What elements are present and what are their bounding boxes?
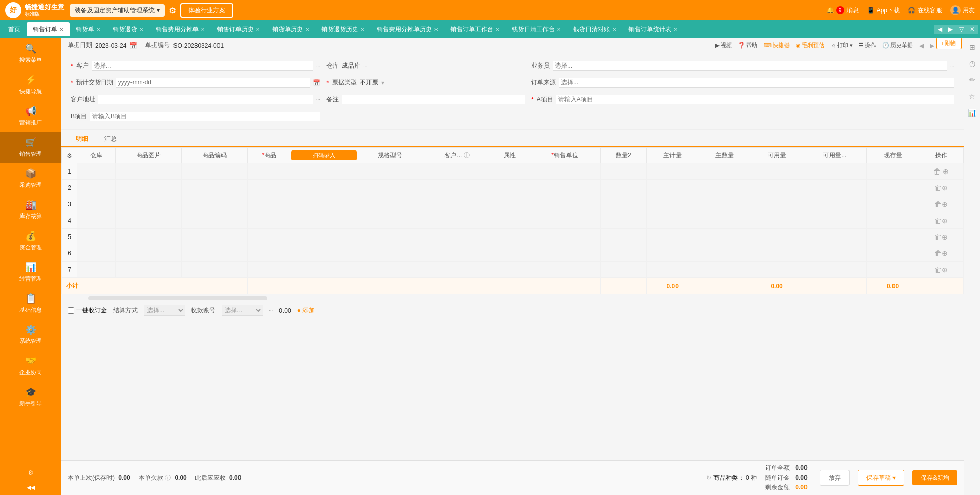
- right-edit-icon[interactable]: ✏: [965, 73, 979, 87]
- discard-btn[interactable]: 放弃: [820, 470, 850, 486]
- warehouse-value[interactable]: 成品库: [342, 61, 360, 70]
- sidebar-item-system[interactable]: ⚙️ 系统管理: [0, 319, 61, 350]
- copy-icon[interactable]: ⊕: [942, 266, 948, 274]
- delete-icon[interactable]: 🗑: [934, 217, 942, 225]
- attachment-btn[interactable]: + 附物: [936, 38, 962, 49]
- tab-stats[interactable]: 销售订单统计表 ✕: [622, 22, 684, 36]
- tab-close-icon[interactable]: ✕: [256, 27, 260, 32]
- row-main-qty[interactable]: [699, 163, 751, 180]
- delivery-date-input[interactable]: [116, 78, 310, 88]
- date2-icon[interactable]: 📅: [313, 79, 320, 87]
- sidebar-item-inventory[interactable]: 🏭 库存核算: [0, 194, 61, 225]
- system-name[interactable]: 装备及固定资产辅助管理系统 ▾: [70, 4, 165, 17]
- operate-btn[interactable]: ☰ 操作: [859, 41, 876, 49]
- order-source-input[interactable]: [559, 78, 954, 88]
- copy-icon[interactable]: ⊕: [942, 200, 948, 208]
- tab-fee-split[interactable]: 销售费用分摊单 ✕: [149, 22, 211, 36]
- remark-input[interactable]: [342, 95, 525, 104]
- copy-icon[interactable]: ⊕: [942, 217, 948, 225]
- delete-icon[interactable]: 🗑: [933, 167, 941, 176]
- tab-sales-invoice[interactable]: 销货单 ✕: [70, 22, 106, 36]
- calendar-icon[interactable]: 📅: [129, 42, 137, 49]
- col-settings[interactable]: ⚙: [62, 148, 77, 163]
- save-draft-btn[interactable]: 保存草稿 ▾: [858, 470, 904, 486]
- tab-close-icon[interactable]: ✕: [59, 27, 63, 32]
- tab-next-btn[interactable]: ▶: [945, 25, 956, 34]
- salesperson-dots[interactable]: ···: [950, 63, 954, 69]
- row-unit[interactable]: [529, 163, 601, 180]
- online-service-btn[interactable]: 🎧 在线客服: [908, 6, 942, 15]
- tab-close-icon[interactable]: ✕: [612, 27, 616, 32]
- invoice-type-value[interactable]: 不开票: [360, 78, 378, 87]
- user-btn[interactable]: 👤 用友: [950, 5, 975, 15]
- warehouse-dots[interactable]: ···: [363, 63, 367, 69]
- save-new-btn[interactable]: 保存&新增: [912, 470, 957, 485]
- row-customer-code[interactable]: [423, 163, 491, 180]
- copy-icon[interactable]: ⊕: [943, 167, 949, 176]
- salesperson-input[interactable]: [553, 61, 947, 71]
- sidebar-item-marketing[interactable]: 📢 营销推广: [0, 100, 61, 132]
- sidebar-item-collab[interactable]: 🤝 企业协同: [0, 350, 61, 381]
- tab-close-icon[interactable]: ✕: [495, 27, 499, 32]
- history-btn[interactable]: 🕐 历史单据: [882, 41, 913, 49]
- copy-icon[interactable]: ⊕: [942, 233, 948, 241]
- payment-dots[interactable]: ···: [269, 308, 273, 313]
- row-product[interactable]: [247, 163, 291, 180]
- col-scan[interactable]: 扫码录入: [291, 148, 357, 163]
- tab-close-icon[interactable]: ✕: [96, 27, 100, 32]
- row-code[interactable]: [181, 163, 247, 180]
- refresh-icon[interactable]: ↻: [706, 474, 711, 481]
- sidebar-item-guide[interactable]: 🎓 新手引导: [0, 381, 61, 413]
- sidebar-item-search[interactable]: 🔍 搜索菜单: [0, 38, 61, 69]
- horizontal-scrollbar[interactable]: [88, 296, 267, 300]
- payment-amount[interactable]: 0.00: [279, 307, 291, 314]
- delete-icon[interactable]: 🗑: [934, 233, 942, 241]
- print-btn[interactable]: 🖨 打印 ▾: [831, 41, 853, 49]
- payment-method-select[interactable]: 选择...: [144, 305, 185, 316]
- page-prev-btn[interactable]: ◀: [919, 42, 924, 49]
- tab-home[interactable]: 首页: [2, 22, 27, 36]
- copy-icon[interactable]: ⊕: [942, 249, 948, 257]
- message-btn[interactable]: 🔔 9 消息: [826, 6, 859, 15]
- sidebar-item-sales[interactable]: 🛒 销售管理: [0, 132, 61, 163]
- tab-invoice-history[interactable]: 销货单历史 ✕: [266, 22, 315, 36]
- help-btn[interactable]: ❓ 帮助: [738, 41, 757, 49]
- sidebar-collapse-btn[interactable]: ◀◀: [0, 480, 61, 495]
- tab-close-icon[interactable]: ✕: [557, 27, 561, 32]
- tab-sales-return[interactable]: 销货退货 ✕: [106, 22, 149, 36]
- tab-prev-btn[interactable]: ◀: [934, 25, 945, 34]
- b-project-input[interactable]: [90, 112, 320, 121]
- right-clock-icon[interactable]: ◷: [965, 56, 979, 71]
- customer-input[interactable]: [92, 61, 313, 71]
- tab-summary[interactable]: 汇总: [96, 132, 125, 146]
- tab-close-icon[interactable]: ✕: [360, 27, 364, 32]
- view-btn[interactable]: ▶ 视频: [715, 41, 732, 49]
- tab-daily-workbench[interactable]: 钱货日清工作台 ✕: [506, 22, 567, 36]
- tab-order-workbench[interactable]: 销售订单工作台 ✕: [444, 22, 506, 36]
- sidebar-settings-btn[interactable]: ⚙: [0, 465, 61, 480]
- invoice-dropdown-icon[interactable]: ▾: [381, 79, 384, 87]
- sidebar-item-purchase[interactable]: 📦 采购管理: [0, 163, 61, 194]
- right-chart-icon[interactable]: 📊: [965, 105, 979, 120]
- tab-order-history[interactable]: 销售订单历史 ✕: [211, 22, 266, 36]
- sidebar-item-operation[interactable]: 📊 经营管理: [0, 256, 61, 288]
- sidebar-item-finance[interactable]: 💰 资金管理: [0, 225, 61, 256]
- tab-fee-history[interactable]: 销售费用分摊单历史 ✕: [371, 22, 444, 36]
- copy-icon[interactable]: ⊕: [942, 184, 948, 192]
- add-payment-btn[interactable]: ● 添加: [297, 306, 315, 315]
- row-qty2[interactable]: [600, 163, 646, 180]
- bank-account-select[interactable]: 选择...: [222, 305, 263, 316]
- tab-close-icon[interactable]: ✕: [139, 27, 143, 32]
- row-spec[interactable]: [357, 163, 423, 180]
- row-warehouse[interactable]: [77, 163, 116, 180]
- app-download-btn[interactable]: 📱 App下载: [867, 6, 900, 15]
- shortcut-btn[interactable]: ⌨ 快捷键: [764, 41, 790, 49]
- scan-btn[interactable]: 扫码录入: [291, 150, 357, 160]
- address-input[interactable]: [98, 95, 313, 104]
- delete-icon[interactable]: 🗑: [934, 200, 942, 208]
- tab-sales-order[interactable]: 销售订单 ✕: [27, 22, 70, 36]
- one-click-label[interactable]: 一键收订金: [68, 306, 107, 315]
- tab-close-icon[interactable]: ✕: [673, 27, 678, 32]
- right-grid-icon[interactable]: ⊞: [965, 40, 979, 54]
- tab-menu-btn[interactable]: ▽: [956, 25, 967, 34]
